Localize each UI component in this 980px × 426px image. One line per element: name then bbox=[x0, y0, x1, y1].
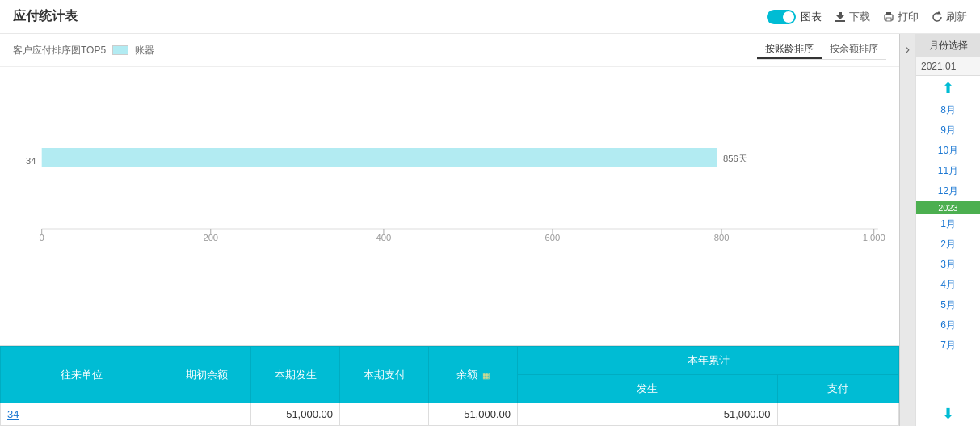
cell-current-occur: 51,000.00 bbox=[251, 403, 340, 426]
month-item-1[interactable]: 1月 bbox=[916, 214, 980, 234]
th-balance: 余额 ▦ bbox=[429, 347, 518, 403]
month-item-2[interactable]: 2月 bbox=[916, 234, 980, 255]
unit-link[interactable]: 34 bbox=[7, 408, 19, 420]
chart-toggle-label: 图表 bbox=[801, 10, 822, 24]
month-item-5[interactable]: 5月 bbox=[916, 295, 980, 315]
month-item-3[interactable]: 3月 bbox=[916, 255, 980, 275]
chart-controls: 客户应付排序图TOP5 账器 按账龄排序 按余额排序 bbox=[0, 34, 899, 67]
main-content: 客户应付排序图TOP5 账器 按账龄排序 按余额排序 34 856天 bbox=[0, 34, 980, 426]
download-icon bbox=[835, 11, 846, 23]
month-list: 8月 9月 10月 11月 12月 2023 1月 2月 3月 4月 5月 6月… bbox=[916, 100, 980, 402]
th-ytd-occur: 发生 bbox=[518, 375, 778, 403]
sidebar-wrapper: › 月份选择 2021.01 ⬆ 8月 9月 10月 11月 12月 2023 bbox=[899, 34, 980, 426]
month-item-8[interactable]: 8月 bbox=[916, 100, 980, 120]
stats-table: 往来单位 期初余额 本期发生 本期支付 余额 ▦ 本年累计 发生 bbox=[0, 346, 899, 426]
cell-ytd-pay bbox=[777, 403, 898, 426]
balance-icon: ▦ bbox=[482, 371, 490, 380]
legend-box bbox=[112, 45, 128, 55]
chevron-up-icon: ⬆ bbox=[942, 79, 954, 97]
sidebar-collapse-button[interactable]: › bbox=[899, 34, 915, 426]
cell-unit: 34 bbox=[1, 403, 162, 426]
sidebar-nav-down-button[interactable]: ⬇ bbox=[916, 402, 980, 426]
month-item-11[interactable]: 11月 bbox=[916, 161, 980, 181]
legend-text: 客户应付排序图TOP5 bbox=[13, 44, 106, 57]
svg-text:856天: 856天 bbox=[723, 154, 747, 163]
cell-current-pay bbox=[340, 403, 429, 426]
refresh-icon bbox=[932, 11, 943, 23]
svg-text:600: 600 bbox=[545, 233, 561, 243]
table-row: 34 51,000.00 51,000.00 51,000.00 bbox=[1, 403, 899, 426]
cell-opening bbox=[162, 403, 251, 426]
collapse-arrow-icon: › bbox=[906, 42, 910, 57]
bar-chart: 34 856天 0 200 400 600 800 1,000 bbox=[13, 75, 886, 253]
svg-text:400: 400 bbox=[376, 233, 392, 243]
table-area: 往来单位 期初余额 本期发生 本期支付 余额 ▦ 本年累计 发生 bbox=[0, 345, 899, 426]
chart-legend: 客户应付排序图TOP5 账器 bbox=[13, 44, 154, 57]
sidebar-current-period: 2021.01 bbox=[916, 57, 980, 76]
refresh-button[interactable]: 刷新 bbox=[932, 10, 967, 24]
chart-area: 客户应付排序图TOP5 账器 按账龄排序 按余额排序 34 856天 bbox=[0, 34, 899, 426]
th-unit: 往来单位 bbox=[1, 347, 162, 403]
sidebar-nav-up-button[interactable]: ⬆ bbox=[916, 76, 980, 100]
print-icon bbox=[883, 11, 894, 23]
chart-toggle[interactable] bbox=[767, 10, 796, 24]
cell-balance: 51,000.00 bbox=[429, 403, 518, 426]
print-button[interactable]: 打印 bbox=[883, 10, 919, 24]
svg-text:800: 800 bbox=[714, 233, 730, 243]
month-item-7[interactable]: 7月 bbox=[916, 335, 980, 356]
month-item-9[interactable]: 9月 bbox=[916, 120, 980, 141]
sort-by-amount-btn[interactable]: 按余额排序 bbox=[822, 40, 886, 59]
app-container: 应付统计表 图表 下载 打印 刷新 bbox=[0, 0, 980, 426]
svg-rect-0 bbox=[835, 20, 845, 22]
sidebar-title: 月份选择 bbox=[929, 39, 968, 53]
page-title: 应付统计表 bbox=[13, 8, 78, 25]
header-actions: 图表 下载 打印 刷新 bbox=[767, 10, 967, 24]
svg-rect-6 bbox=[42, 148, 717, 167]
sort-by-balance-btn[interactable]: 按账龄排序 bbox=[757, 40, 822, 59]
chevron-down-icon: ⬇ bbox=[942, 405, 954, 423]
svg-text:0: 0 bbox=[40, 233, 44, 243]
header: 应付统计表 图表 下载 打印 刷新 bbox=[0, 0, 980, 34]
month-item-4[interactable]: 4月 bbox=[916, 275, 980, 295]
download-button[interactable]: 下载 bbox=[835, 10, 870, 24]
svg-rect-3 bbox=[886, 18, 891, 21]
svg-text:34: 34 bbox=[26, 156, 36, 166]
svg-text:200: 200 bbox=[203, 233, 218, 243]
th-ytd-group: 本年累计 bbox=[518, 347, 899, 375]
month-item-6[interactable]: 6月 bbox=[916, 315, 980, 335]
chart-sort-buttons: 按账龄排序 按余额排序 bbox=[757, 40, 886, 60]
sidebar-header: 月份选择 bbox=[916, 34, 980, 57]
legend-box-label: 账器 bbox=[135, 44, 154, 57]
month-item-12[interactable]: 12月 bbox=[916, 181, 980, 201]
month-sidebar: 月份选择 2021.01 ⬆ 8月 9月 10月 11月 12月 2023 1月… bbox=[915, 34, 980, 426]
year-marker: 2023 bbox=[916, 201, 980, 214]
chart-toggle-wrap: 图表 bbox=[767, 10, 822, 24]
chart-svg-area: 34 856天 0 200 400 600 800 1,000 bbox=[0, 67, 899, 345]
th-current-occur: 本期发生 bbox=[251, 347, 340, 403]
th-ytd-pay: 支付 bbox=[777, 375, 898, 403]
cell-ytd-occur: 51,000.00 bbox=[518, 403, 778, 426]
month-item-10[interactable]: 10月 bbox=[916, 141, 980, 161]
svg-text:1,000: 1,000 bbox=[863, 233, 885, 243]
svg-rect-2 bbox=[886, 12, 891, 15]
th-opening: 期初余额 bbox=[162, 347, 251, 403]
th-current-pay: 本期支付 bbox=[340, 347, 429, 403]
